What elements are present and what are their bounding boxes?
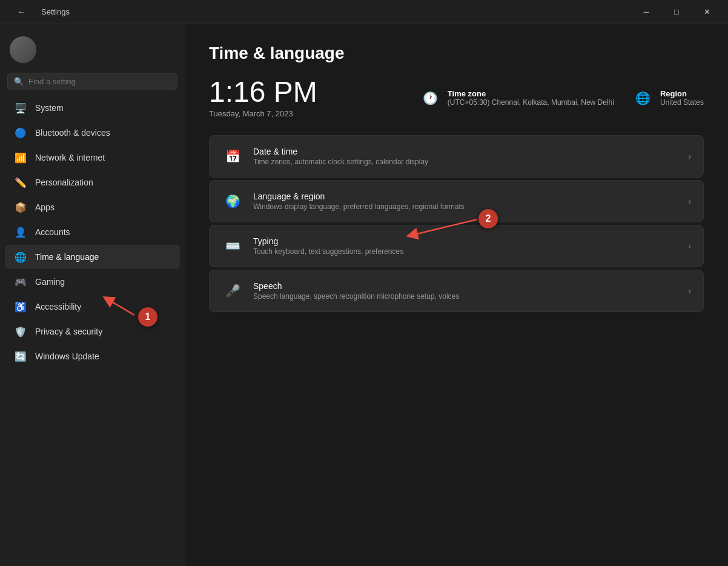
timezone-info: Time zone (UTC+05:30) Chennai, Kolkata, …: [448, 89, 614, 107]
titlebar-left: ← Settings: [7, 0, 70, 24]
sidebar-item-privacy[interactable]: 🛡️ Privacy & security: [5, 319, 180, 344]
card-typing[interactable]: ⌨️ Typing Touch keyboard, text suggestio…: [209, 225, 704, 267]
sidebar-label-time: Time & language: [35, 252, 99, 262]
date-time-chevron: ›: [688, 151, 691, 161]
timezone-value: (UTC+05:30) Chennai, Kolkata, Mumbai, Ne…: [448, 98, 614, 107]
date-time-icon: 📅: [222, 145, 243, 167]
privacy-icon: 🛡️: [15, 325, 27, 338]
sidebar-item-time[interactable]: 🌐 Time & language: [5, 245, 180, 269]
typing-icon: ⌨️: [222, 235, 243, 257]
sidebar-item-accounts[interactable]: 👤 Accounts: [5, 220, 180, 244]
avatar: [10, 36, 36, 63]
sidebar-label-network: Network & internet: [35, 153, 105, 162]
personalization-icon: ✏️: [15, 176, 27, 188]
region-label: Region: [660, 89, 704, 98]
time-icon: 🌐: [15, 251, 27, 263]
language-region-chevron: ›: [688, 196, 691, 206]
sidebar-label-accessibility: Accessibility: [35, 302, 81, 311]
update-icon: 🔄: [15, 350, 27, 362]
sidebar: 🔍 🖥️ System 🔵 Bluetooth & devices 📶 Netw…: [0, 24, 185, 566]
region-value: United States: [660, 98, 704, 107]
sidebar-label-personalization: Personalization: [35, 178, 93, 187]
titlebar-title: Settings: [41, 7, 70, 16]
current-date: Tuesday, March 7, 2023: [209, 109, 402, 118]
card-speech[interactable]: 🎤 Speech Speech language, speech recogni…: [209, 270, 704, 312]
language-region-icon: 🌍: [222, 190, 243, 212]
minimize-button[interactable]: ─: [632, 0, 660, 24]
gaming-icon: 🎮: [15, 276, 27, 288]
sidebar-label-apps: Apps: [35, 202, 55, 212]
speech-text: Speech Speech language, speech recogniti…: [253, 281, 688, 301]
region-block: 🌐 Region United States: [634, 88, 704, 108]
profile-section: [0, 29, 185, 73]
maximize-button[interactable]: □: [663, 0, 690, 24]
sidebar-label-system: System: [35, 103, 64, 113]
language-region-text: Language & region Windows display langua…: [253, 191, 688, 211]
region-icon: 🌐: [634, 88, 653, 108]
sidebar-item-update[interactable]: 🔄 Windows Update: [5, 344, 180, 368]
system-icon: 🖥️: [15, 102, 27, 114]
language-region-title: Language & region: [253, 191, 688, 201]
timezone-label: Time zone: [448, 89, 614, 98]
sidebar-item-personalization[interactable]: ✏️ Personalization: [5, 170, 180, 195]
language-region-subtitle: Windows display language, preferred lang…: [253, 202, 688, 211]
search-icon: 🔍: [14, 77, 24, 86]
speech-title: Speech: [253, 281, 688, 291]
card-language-region[interactable]: 🌍 Language & region Windows display lang…: [209, 180, 704, 222]
sidebar-label-bluetooth: Bluetooth & devices: [35, 128, 110, 138]
sidebar-item-apps[interactable]: 📦 Apps: [5, 195, 180, 219]
time-display: 1:16 PM Tuesday, March 7, 2023: [209, 78, 402, 118]
settings-cards: 📅 Date & time Time zones, automatic cloc…: [209, 135, 704, 312]
close-button[interactable]: ✕: [693, 0, 721, 24]
card-date-time[interactable]: 📅 Date & time Time zones, automatic cloc…: [209, 135, 704, 178]
speech-subtitle: Speech language, speech recognition micr…: [253, 292, 688, 301]
sidebar-item-accessibility[interactable]: ♿ Accessibility: [5, 295, 180, 319]
sidebar-item-bluetooth[interactable]: 🔵 Bluetooth & devices: [5, 121, 180, 145]
search-bar[interactable]: 🔍: [7, 73, 177, 90]
titlebar: ← Settings ─ □ ✕: [0, 0, 728, 24]
date-time-subtitle: Time zones, automatic clock settings, ca…: [253, 158, 688, 166]
speech-chevron: ›: [688, 286, 691, 296]
search-input[interactable]: [28, 77, 171, 86]
avatar-image: [10, 36, 36, 63]
date-time-title: Date & time: [253, 147, 688, 156]
typing-title: Typing: [253, 236, 688, 246]
main-content: Time & language 1:16 PM Tuesday, March 7…: [185, 24, 728, 566]
apps-icon: 📦: [15, 201, 27, 213]
region-info: Region United States: [660, 89, 704, 107]
network-icon: 📶: [15, 151, 27, 164]
page-title: Time & language: [209, 44, 704, 63]
bluetooth-icon: 🔵: [15, 127, 27, 139]
current-time: 1:16 PM: [209, 78, 402, 107]
sidebar-nav: 🖥️ System 🔵 Bluetooth & devices 📶 Networ…: [0, 95, 185, 369]
speech-icon: 🎤: [222, 280, 243, 302]
date-time-text: Date & time Time zones, automatic clock …: [253, 147, 688, 166]
sidebar-label-gaming: Gaming: [35, 277, 65, 287]
typing-text: Typing Touch keyboard, text suggestions,…: [253, 236, 688, 256]
accounts-icon: 👤: [15, 226, 27, 238]
titlebar-controls: ─ □ ✕: [632, 0, 721, 24]
sidebar-item-gaming[interactable]: 🎮 Gaming: [5, 270, 180, 294]
typing-subtitle: Touch keyboard, text suggestions, prefer…: [253, 247, 688, 256]
typing-chevron: ›: [688, 241, 691, 251]
accessibility-icon: ♿: [15, 301, 27, 313]
time-header: 1:16 PM Tuesday, March 7, 2023 🕐 Time zo…: [209, 78, 704, 118]
sidebar-label-accounts: Accounts: [35, 227, 70, 237]
app-layout: 🔍 🖥️ System 🔵 Bluetooth & devices 📶 Netw…: [0, 24, 728, 566]
timezone-icon: 🕐: [421, 88, 440, 108]
sidebar-item-system[interactable]: 🖥️ System: [5, 96, 180, 120]
timezone-block: 🕐 Time zone (UTC+05:30) Chennai, Kolkata…: [421, 88, 614, 108]
sidebar-label-update: Windows Update: [35, 351, 99, 361]
back-button[interactable]: ←: [7, 0, 35, 24]
sidebar-item-network[interactable]: 📶 Network & internet: [5, 145, 180, 170]
sidebar-label-privacy: Privacy & security: [35, 327, 102, 336]
